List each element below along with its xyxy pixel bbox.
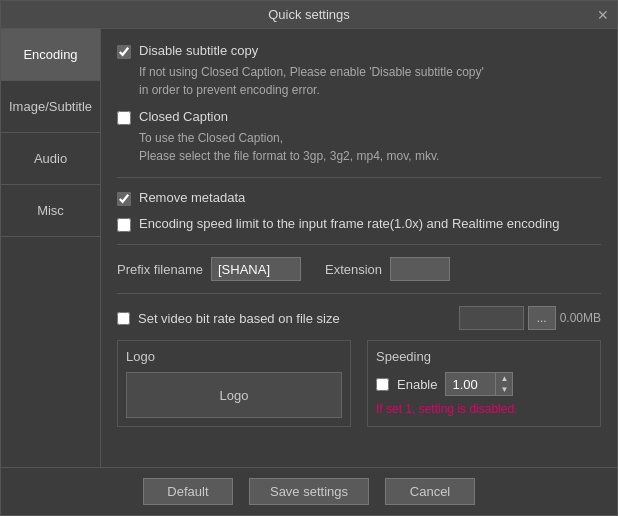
speed-spinbox: ▲ ▼: [445, 372, 513, 396]
video-bitrate-row: Set video bit rate based on file size ..…: [117, 306, 601, 330]
dialog-title: Quick settings: [268, 7, 350, 22]
video-bitrate-label: Set video bit rate based on file size: [138, 311, 340, 326]
remove-metadata-checkbox[interactable]: [117, 192, 131, 206]
speeding-enable-label: Enable: [397, 377, 437, 392]
browse-button[interactable]: ...: [528, 306, 556, 330]
bottom-panels: Logo Logo Speeding Enable ▲ ▼: [117, 340, 601, 427]
divider-1: [117, 177, 601, 178]
sidebar: Encoding Image/Subtitle Audio Misc: [1, 29, 101, 467]
spinbox-buttons: ▲ ▼: [495, 372, 513, 396]
cancel-button[interactable]: Cancel: [385, 478, 475, 505]
speed-decrement-button[interactable]: ▼: [496, 384, 512, 395]
prefix-extension-row: Prefix filename Extension: [117, 257, 601, 281]
title-bar: Quick settings ✕: [1, 1, 617, 29]
speed-increment-button[interactable]: ▲: [496, 373, 512, 384]
closed-caption-row: Closed Caption: [117, 109, 601, 125]
file-size-value: 0.00MB: [560, 311, 601, 325]
encoding-speed-section: Encoding speed limit to the input frame …: [117, 216, 601, 232]
logo-panel-title: Logo: [126, 349, 342, 364]
remove-metadata-row: Remove metadata: [117, 190, 601, 206]
closed-caption-label: Closed Caption: [139, 109, 228, 124]
speeding-panel-title: Speeding: [376, 349, 592, 364]
sidebar-item-audio[interactable]: Audio: [1, 133, 100, 185]
logo-button[interactable]: Logo: [126, 372, 342, 418]
closed-caption-checkbox[interactable]: [117, 111, 131, 125]
dialog: Quick settings ✕ Encoding Image/Subtitle…: [0, 0, 618, 516]
content-area: Disable subtitle copy If not using Close…: [101, 29, 617, 467]
video-bitrate-checkbox[interactable]: [117, 312, 130, 325]
divider-2: [117, 244, 601, 245]
sidebar-item-encoding[interactable]: Encoding: [1, 29, 100, 81]
body: Encoding Image/Subtitle Audio Misc Disab…: [1, 29, 617, 467]
speeding-enable-checkbox[interactable]: [376, 378, 389, 391]
remove-metadata-label: Remove metadata: [139, 190, 245, 205]
extension-label: Extension: [325, 262, 382, 277]
encoding-speed-label: Encoding speed limit to the input frame …: [139, 216, 560, 231]
speeding-disabled-text: If set 1, setting is disabled.: [376, 402, 592, 416]
closed-caption-subtext: To use the Closed Caption, Please select…: [139, 129, 601, 165]
speed-value-input[interactable]: [445, 372, 495, 396]
speeding-row: Enable ▲ ▼: [376, 372, 592, 396]
speeding-panel: Speeding Enable ▲ ▼ If set 1, setting is: [367, 340, 601, 427]
disable-subtitle-checkbox[interactable]: [117, 45, 131, 59]
save-settings-button[interactable]: Save settings: [249, 478, 369, 505]
disable-subtitle-label: Disable subtitle copy: [139, 43, 258, 58]
sidebar-item-image-subtitle[interactable]: Image/Subtitle: [1, 81, 100, 133]
closed-caption-section: Closed Caption To use the Closed Caption…: [117, 109, 601, 165]
footer: Default Save settings Cancel: [1, 467, 617, 515]
encoding-speed-checkbox[interactable]: [117, 218, 131, 232]
remove-metadata-section: Remove metadata: [117, 190, 601, 206]
disable-subtitle-row: Disable subtitle copy: [117, 43, 601, 59]
prefix-label: Prefix filename: [117, 262, 203, 277]
default-button[interactable]: Default: [143, 478, 233, 505]
extension-input[interactable]: [390, 257, 450, 281]
sidebar-item-misc[interactable]: Misc: [1, 185, 100, 237]
divider-3: [117, 293, 601, 294]
disable-subtitle-section: Disable subtitle copy If not using Close…: [117, 43, 601, 99]
encoding-speed-row: Encoding speed limit to the input frame …: [117, 216, 601, 232]
file-size-path-input[interactable]: [459, 306, 524, 330]
close-button[interactable]: ✕: [597, 7, 609, 23]
prefix-input[interactable]: [211, 257, 301, 281]
logo-panel: Logo Logo: [117, 340, 351, 427]
disable-subtitle-subtext: If not using Closed Caption, Please enab…: [139, 63, 601, 99]
